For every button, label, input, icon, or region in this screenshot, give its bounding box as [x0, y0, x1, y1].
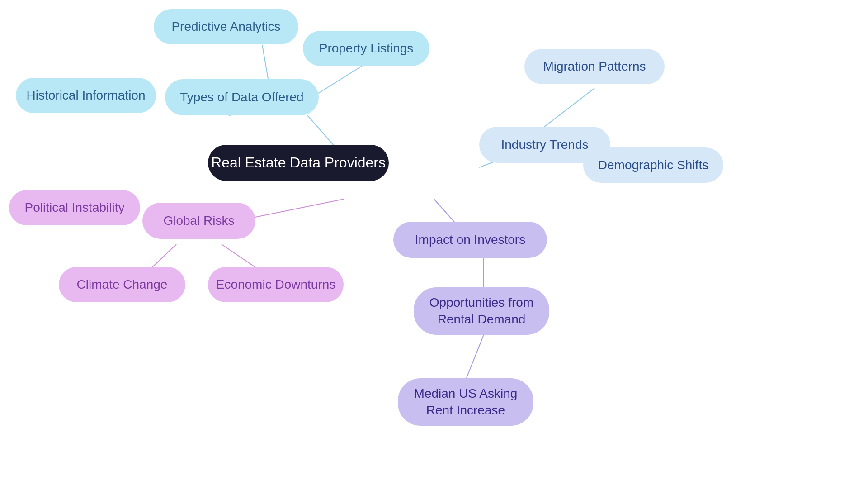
node-demographic-shifts[interactable]: Demographic Shifts: [583, 147, 723, 183]
node-economic-downturns[interactable]: Economic Downturns: [208, 267, 344, 302]
node-opportunities-rental-demand[interactable]: Opportunities from Rental Demand: [414, 287, 549, 335]
node-political-instability[interactable]: Political Instability: [9, 190, 140, 225]
node-predictive-analytics[interactable]: Predictive Analytics: [154, 9, 298, 44]
node-median-us-asking-rent[interactable]: Median US Asking Rent Increase: [398, 378, 533, 426]
node-types-of-data[interactable]: Types of Data Offered: [165, 79, 319, 115]
node-climate-change[interactable]: Climate Change: [59, 267, 185, 302]
node-property-listings[interactable]: Property Listings: [303, 31, 429, 66]
svg-line-7: [244, 199, 344, 219]
node-global-risks[interactable]: Global Risks: [142, 203, 255, 239]
center-node[interactable]: Real Estate Data Providers: [208, 145, 389, 181]
node-migration-patterns[interactable]: Migration Patterns: [524, 49, 665, 84]
node-historical-information[interactable]: Historical Information: [16, 78, 156, 113]
node-impact-on-investors[interactable]: Impact on Investors: [393, 222, 547, 258]
svg-line-13: [466, 335, 484, 380]
